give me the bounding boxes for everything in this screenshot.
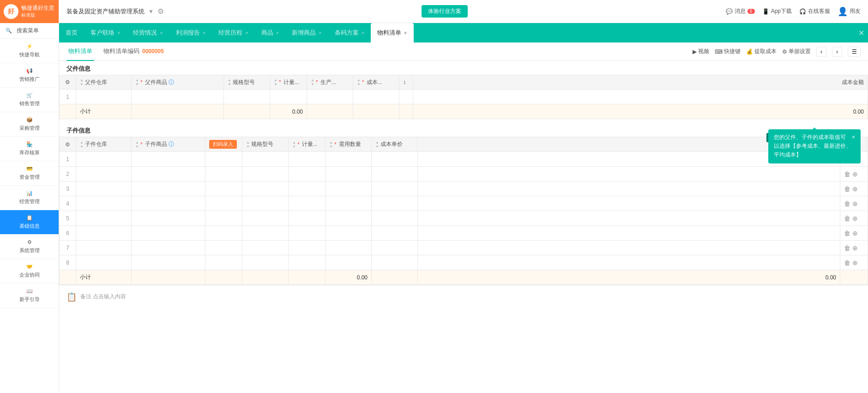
- child-cell-qty-4[interactable]: [326, 196, 372, 211]
- child-cell-goods-5[interactable]: [132, 211, 205, 226]
- notes-icon[interactable]: 📋: [66, 292, 77, 302]
- child-cell-unit-cost-7[interactable]: [372, 241, 418, 255]
- user-item[interactable]: 👤 用友: [838, 6, 861, 17]
- child-cell-goods-8[interactable]: [132, 255, 205, 270]
- delete-icon-3[interactable]: 🗑: [844, 185, 850, 193]
- dropdown-arrow-icon[interactable]: ▼: [148, 8, 154, 15]
- tab-bom-close[interactable]: ×: [404, 30, 407, 36]
- tab-home[interactable]: 首页: [59, 23, 84, 42]
- child-cell-unit-2[interactable]: [289, 167, 326, 181]
- child-cell-scan-1[interactable]: [205, 152, 242, 167]
- child-cell-goods-6[interactable]: [132, 226, 205, 241]
- parent-cell-warehouse[interactable]: [76, 90, 132, 104]
- child-cell-spec-8[interactable]: [242, 255, 289, 270]
- child-cell-unit-8[interactable]: [289, 255, 326, 270]
- sidebar-item-guide[interactable]: 📖 新手引导: [0, 284, 59, 308]
- tab-operation-close[interactable]: ×: [160, 30, 163, 36]
- sidebar-item-search[interactable]: 🔍 搜索菜单: [0, 23, 59, 39]
- sidebar-item-basic-info[interactable]: 📋 基础信息: [0, 210, 59, 235]
- tab-goods-close[interactable]: ×: [276, 30, 279, 36]
- child-cell-goods-3[interactable]: [132, 181, 205, 196]
- doc-settings-action[interactable]: ⚙ 单据设置: [782, 48, 811, 55]
- child-cell-spec-2[interactable]: [242, 167, 289, 181]
- child-cell-scan-6[interactable]: [205, 226, 242, 241]
- child-cell-spec-6[interactable]: [242, 226, 289, 241]
- child-cell-goods-1[interactable]: [132, 152, 205, 167]
- sidebar-item-marketing[interactable]: 📢 营销推广: [0, 63, 59, 88]
- child-cell-scan-8[interactable]: [205, 255, 242, 270]
- child-th-scan[interactable]: 扫码录入: [205, 137, 242, 152]
- nav-prev-btn[interactable]: ‹: [816, 47, 826, 57]
- nav-list-btn[interactable]: ☰: [848, 47, 861, 57]
- child-cell-warehouse-3[interactable]: [76, 181, 132, 196]
- child-cell-warehouse-7[interactable]: [76, 241, 132, 255]
- delete-icon-8[interactable]: 🗑: [844, 259, 850, 266]
- parent-cell-goods[interactable]: [132, 90, 224, 104]
- tab-customer-close[interactable]: ×: [117, 30, 120, 36]
- child-cell-scan-7[interactable]: [205, 241, 242, 255]
- copy-icon-6[interactable]: ⊕: [852, 230, 858, 237]
- message-item[interactable]: 💬 消息 6: [726, 7, 755, 15]
- tooltip-close-btn[interactable]: ×: [852, 133, 855, 142]
- parent-cell-unit[interactable]: [270, 90, 307, 104]
- tab-customer[interactable]: 客户联络 ×: [84, 23, 127, 42]
- tab-history-close[interactable]: ×: [245, 30, 248, 36]
- delete-icon-7[interactable]: 🗑: [844, 244, 850, 252]
- tab-history[interactable]: 经营历程 ×: [212, 23, 254, 42]
- child-cell-spec-4[interactable]: [242, 196, 289, 211]
- online-service-item[interactable]: 🎧 在线客服: [799, 7, 830, 15]
- child-cell-qty-8[interactable]: [326, 255, 372, 270]
- child-cell-goods-4[interactable]: [132, 196, 205, 211]
- child-cell-qty-1[interactable]: [326, 152, 372, 167]
- child-cell-scan-3[interactable]: [205, 181, 242, 196]
- shortcut-action[interactable]: ⌨ 快捷键: [715, 48, 741, 55]
- try-btn[interactable]: 体验行业方案: [422, 5, 468, 18]
- sidebar-item-sys-mgr[interactable]: ⚙ 系统管理: [0, 235, 59, 259]
- video-action[interactable]: ▶ 视频: [693, 48, 709, 55]
- copy-icon-2[interactable]: ⊕: [852, 170, 858, 178]
- child-cell-unit-cost-1[interactable]: [372, 152, 418, 167]
- sidebar-item-sales[interactable]: 🛒 销售管理: [0, 88, 59, 112]
- delete-icon-4[interactable]: 🗑: [844, 200, 850, 207]
- child-cell-unit-4[interactable]: [289, 196, 326, 211]
- copy-icon-4[interactable]: ⊕: [852, 200, 858, 207]
- sidebar-item-collab[interactable]: 🤝 企业协同: [0, 259, 59, 284]
- nav-next-btn[interactable]: ›: [832, 47, 842, 57]
- child-cell-spec-1[interactable]: [242, 152, 289, 167]
- child-cell-qty-5[interactable]: [326, 211, 372, 226]
- tab-barcode[interactable]: 条码方案 ×: [328, 23, 371, 42]
- close-all-icon[interactable]: ✕: [858, 29, 864, 37]
- child-cell-warehouse-8[interactable]: [76, 255, 132, 270]
- sidebar-item-purchase[interactable]: 📦 采购管理: [0, 112, 59, 137]
- tab-profit[interactable]: 利润报告 ×: [169, 23, 212, 42]
- sidebar-item-finance[interactable]: 💳 资金管理: [0, 161, 59, 186]
- copy-icon-3[interactable]: ⊕: [852, 185, 858, 193]
- parent-th-settings[interactable]: ⚙: [60, 75, 76, 90]
- child-cell-spec-5[interactable]: [242, 211, 289, 226]
- child-cell-spec-3[interactable]: [242, 181, 289, 196]
- tab-new-goods[interactable]: 新增商品 ×: [285, 23, 328, 42]
- cost-action[interactable]: 💰 提取成本: [746, 48, 777, 55]
- child-cell-goods-2[interactable]: [132, 167, 205, 181]
- child-cell-unit-cost-2[interactable]: [372, 167, 418, 181]
- child-cell-warehouse-1[interactable]: [76, 152, 132, 167]
- copy-icon-8[interactable]: ⊕: [852, 259, 858, 266]
- child-cell-qty-3[interactable]: [326, 181, 372, 196]
- sidebar-item-quick-nav[interactable]: ⚡ 快捷导航: [0, 39, 59, 63]
- tab-goods[interactable]: 商品 ×: [255, 23, 285, 42]
- child-cell-warehouse-2[interactable]: [76, 167, 132, 181]
- copy-icon-5[interactable]: ⊕: [852, 215, 858, 222]
- sub-tab-bom-list[interactable]: 物料清单: [66, 42, 94, 61]
- sub-tab-bom-code[interactable]: 物料清单编码 0000005: [102, 42, 166, 61]
- child-cell-unit-cost-3[interactable]: [372, 181, 418, 196]
- child-cell-unit-cost-8[interactable]: [372, 255, 418, 270]
- child-cell-spec-7[interactable]: [242, 241, 289, 255]
- child-cell-unit-1[interactable]: [289, 152, 326, 167]
- child-cell-unit-cost-5[interactable]: [372, 211, 418, 226]
- child-th-settings[interactable]: ⚙: [60, 137, 76, 152]
- child-cell-scan-5[interactable]: [205, 211, 242, 226]
- tab-bom[interactable]: 物料清单 ×: [371, 23, 413, 42]
- child-cell-warehouse-6[interactable]: [76, 226, 132, 241]
- sidebar-item-inventory[interactable]: 🏪 库存核算: [0, 137, 59, 161]
- child-cell-goods-7[interactable]: [132, 241, 205, 255]
